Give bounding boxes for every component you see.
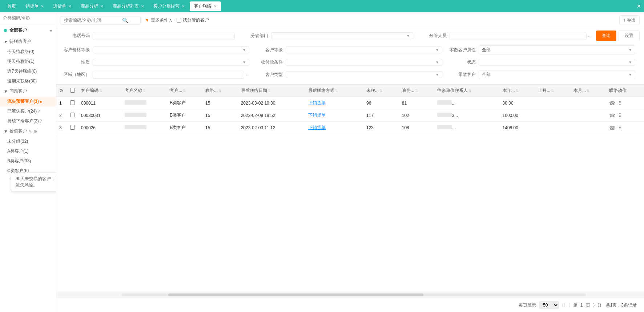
sidebar-item-ungroup[interactable]: 未分组(32) <box>0 137 56 146</box>
th-no-contact[interactable]: 未联... ⇅ <box>363 85 399 97</box>
row-checkbox-2[interactable] <box>70 125 75 130</box>
th-checkbox[interactable] <box>67 85 78 97</box>
scroll-bar-wrap <box>56 292 644 298</box>
th-code[interactable]: 客户编码 ⇅ <box>78 85 122 97</box>
region-input[interactable] <box>93 71 244 79</box>
close-window-btn[interactable]: ✕ <box>637 3 641 9</box>
scroll-thumb[interactable] <box>168 293 423 296</box>
my-customers-checkbox[interactable] <box>177 18 181 23</box>
tab-customer-contact[interactable]: 客户联络 ✕ <box>190 1 221 11</box>
sidebar-item-7days[interactable]: 近7天待联络(0) <box>0 66 56 76</box>
search-button[interactable]: 🔍 <box>122 17 128 23</box>
sidebar-item-tomorrow[interactable]: 明天待联络(1) <box>0 57 56 66</box>
more-filter-btn[interactable]: ▼ 更多条件 ∧ <box>145 17 172 23</box>
manager-input[interactable] <box>450 32 587 40</box>
th-last-contact-method[interactable]: 最后联络方式 ⇅ <box>305 85 363 97</box>
tab-close-sales-order[interactable]: ✕ <box>41 4 44 8</box>
tab-product-analysis-list[interactable]: 商品分析列表 ✕ <box>108 1 148 11</box>
dept-select[interactable]: ▼ <box>271 32 413 39</box>
tab-customer-tier[interactable]: 客户分层经营 ✕ <box>149 1 189 11</box>
method-link-1[interactable]: 下销货单 <box>308 113 326 118</box>
sidebar-item-overdue[interactable]: 逾期未联络(30) <box>0 76 56 86</box>
select-all-checkbox[interactable] <box>70 88 75 93</box>
th-unit-contacts[interactable]: 往来单位联系人 ⇅ <box>434 85 499 97</box>
region-dots-btn[interactable]: ··· <box>246 72 249 77</box>
manager-dots-btn[interactable]: ··· <box>588 33 592 39</box>
query-button[interactable]: 查询 <box>596 31 616 41</box>
nature-select[interactable]: ▼ <box>93 59 249 66</box>
th-last-contact-date[interactable]: 最后联络日期 ⇅ <box>238 85 306 97</box>
my-customers-checkbox-wrap[interactable]: 我分管的客户 <box>177 17 209 23</box>
tab-home[interactable]: 首页 <box>3 1 20 11</box>
tab-close-customer-contact[interactable]: ✕ <box>214 4 217 8</box>
tab-purchase-order[interactable]: 进货单 ✕ <box>49 1 76 11</box>
sidebar-item-churned[interactable]: 已流失客户(24) ? <box>0 106 56 116</box>
th-last-month[interactable]: 上月... ⇅ <box>535 85 571 97</box>
tab-sales-order[interactable]: 销货单 ✕ <box>21 1 48 11</box>
cell-unit-0: ... <box>434 97 499 109</box>
sidebar-group-header-problem[interactable]: ▼ 问题客户 <box>0 86 56 97</box>
sidebar-item-today[interactable]: 今天待联络(0) <box>0 47 56 57</box>
page-size-select[interactable]: 50 100 <box>539 301 559 309</box>
zero-attr-select[interactable]: 全部 ▼ <box>479 45 635 54</box>
settings-button[interactable]: 设置 <box>619 31 640 41</box>
method-link-2[interactable]: 下销货单 <box>308 125 326 130</box>
more-icon-1[interactable]: ⠿ <box>618 113 622 118</box>
sidebar-item-declining[interactable]: 持续下滑客户(2) ? <box>0 116 56 126</box>
export-button[interactable]: ↑ 导出 <box>619 15 640 25</box>
cell-method-2[interactable]: 下销货单 <box>305 122 363 134</box>
row-checkbox-1[interactable] <box>70 113 75 117</box>
customer-type-select[interactable]: ▼ <box>286 71 442 78</box>
tab-product-analysis[interactable]: 商品分析 ✕ <box>76 1 108 11</box>
sidebar-item-a-class[interactable]: A类客户(1) <box>0 146 56 156</box>
th-this-year[interactable]: 本年... ⇅ <box>500 85 535 97</box>
status-select[interactable]: ▼ <box>479 59 635 66</box>
cell-action-2: ☎ ⠿ <box>606 122 644 134</box>
value-group-edit-icon[interactable]: ✎ <box>28 129 32 134</box>
more-icon-0[interactable]: ⠿ <box>618 100 622 106</box>
cell-method-1[interactable]: 下销货单 <box>305 109 363 122</box>
method-link-0[interactable]: 下销货单 <box>308 100 326 105</box>
sidebar-search-input[interactable] <box>3 16 56 21</box>
tab-close-product-analysis-list[interactable]: ✕ <box>141 4 144 8</box>
value-group-add-icon[interactable]: ⊕ <box>33 129 37 134</box>
cell-checkbox-1[interactable] <box>67 109 78 122</box>
sidebar-collapse-btn[interactable]: « <box>50 28 52 33</box>
search-input[interactable] <box>64 18 122 23</box>
cell-checkbox-0[interactable] <box>67 97 78 109</box>
sidebar-group-header-value[interactable]: ▼ 价值客户 ✎ ⊕ <box>0 126 56 137</box>
arrow-icon-pending: ▼ <box>4 39 8 44</box>
contact-icon-1[interactable]: ☎ <box>609 113 615 118</box>
th-contacts[interactable]: 联络... ⇅ <box>202 85 238 97</box>
th-overdue[interactable]: 逾期... ⇅ <box>399 85 435 97</box>
more-icon-2[interactable]: ⠿ <box>618 125 622 131</box>
th-this-month[interactable]: 本月... ⇅ <box>571 85 606 97</box>
tab-close-purchase-order[interactable]: ✕ <box>68 4 71 8</box>
row-checkbox-0[interactable] <box>70 100 75 105</box>
prev-page-btn[interactable]: ⟨ <box>568 303 570 308</box>
phone-input[interactable] <box>93 32 235 40</box>
zero-customer-select[interactable]: 全部 ▼ <box>479 70 635 79</box>
sidebar-group-header-pending[interactable]: ▼ 待联络客户 <box>0 36 56 47</box>
sidebar-all-customers[interactable]: ⊞ 全部客户 « <box>0 24 56 36</box>
customer-level-select[interactable]: ▼ <box>286 46 442 53</box>
contact-icon-0[interactable]: ☎ <box>609 100 615 106</box>
cell-checkbox-2[interactable] <box>67 122 78 134</box>
cell-method-0[interactable]: 下销货单 <box>305 97 363 109</box>
th-name[interactable]: 客户名称 ⇅ <box>122 85 167 97</box>
last-page-btn[interactable]: ⟩⟩ <box>598 303 601 308</box>
tab-close-customer-tier[interactable]: ✕ <box>182 4 185 8</box>
th-settings[interactable]: ⚙ <box>56 85 67 97</box>
settings-icon[interactable]: ⚙ <box>59 88 63 93</box>
cell-date-0: 2023-03-02 10:30: <box>238 97 306 109</box>
payment-select[interactable]: ▼ <box>286 59 442 66</box>
price-level-select[interactable]: ▼ <box>93 46 249 53</box>
sidebar-item-churn-warning[interactable]: 流失预警客户(3) ● <box>0 97 56 106</box>
first-page-btn[interactable]: ⟨⟨ <box>562 303 565 308</box>
tab-close-product-analysis[interactable]: ✕ <box>100 4 103 8</box>
scroll-bar[interactable] <box>122 293 586 296</box>
sidebar-item-b-class[interactable]: B类客户(33) <box>0 156 56 166</box>
next-page-btn[interactable]: ⟩ <box>593 303 595 308</box>
contact-icon-2[interactable]: ☎ <box>609 125 615 131</box>
th-type[interactable]: 客户... ⇅ <box>167 85 202 97</box>
